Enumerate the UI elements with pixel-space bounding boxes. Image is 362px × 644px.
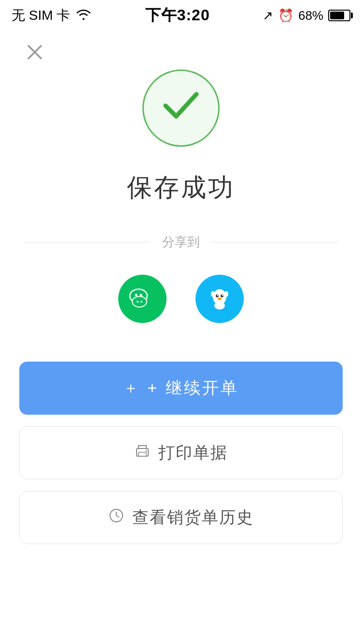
svg-point-6 <box>140 294 142 296</box>
svg-point-5 <box>135 294 138 296</box>
svg-point-11 <box>221 294 223 297</box>
svg-point-13 <box>222 295 223 296</box>
print-label: 打印单据 <box>158 442 228 464</box>
svg-point-10 <box>216 294 219 297</box>
svg-point-7 <box>137 301 139 303</box>
carrier-label: 无 SIM 卡 <box>12 6 70 25</box>
close-button[interactable] <box>21 39 48 66</box>
history-icon <box>108 507 125 528</box>
svg-point-15 <box>211 291 215 297</box>
plus-icon: ＋ <box>123 378 139 399</box>
status-time: 下午3:20 <box>145 5 210 26</box>
view-history-button[interactable]: 查看销货单历史 <box>19 491 343 544</box>
share-divider: 分享到 <box>0 234 362 251</box>
svg-point-14 <box>218 298 222 300</box>
action-buttons: ＋ + 继续开单 打印单据 查看销货单历史 <box>0 362 362 544</box>
alarm-icon: ⏰ <box>278 8 293 23</box>
checkmark-icon <box>162 88 200 128</box>
history-label: 查看销货单历史 <box>132 506 254 529</box>
share-label: 分享到 <box>151 234 211 251</box>
share-icons-row <box>118 275 244 323</box>
continue-order-label: + 继续开单 <box>147 377 238 399</box>
qq-share-button[interactable] <box>195 275 244 323</box>
svg-point-20 <box>146 450 147 452</box>
success-title: 保存成功 <box>127 171 235 205</box>
wifi-icon <box>75 8 92 24</box>
divider-right <box>211 242 338 242</box>
continue-order-button[interactable]: ＋ + 继续开单 <box>19 362 343 415</box>
svg-point-16 <box>224 291 228 297</box>
status-left: 无 SIM 卡 <box>12 6 92 25</box>
battery-percent: 68% <box>298 8 323 23</box>
svg-point-8 <box>140 301 142 303</box>
status-bar: 无 SIM 卡 下午3:20 ↗ ⏰ 68% <box>0 0 362 31</box>
status-right: ↗ ⏰ 68% <box>263 8 350 23</box>
print-icon <box>134 443 151 463</box>
svg-point-12 <box>217 295 218 296</box>
divider-left <box>24 242 151 242</box>
main-content: 保存成功 分享到 <box>0 31 362 544</box>
svg-point-17 <box>214 302 225 309</box>
battery-icon <box>328 10 350 21</box>
print-button[interactable]: 打印单据 <box>19 426 343 479</box>
wechat-share-button[interactable] <box>118 275 167 323</box>
svg-point-4 <box>132 296 147 307</box>
location-icon: ↗ <box>263 8 273 23</box>
svg-rect-19 <box>139 452 146 456</box>
success-icon-circle <box>142 70 220 147</box>
